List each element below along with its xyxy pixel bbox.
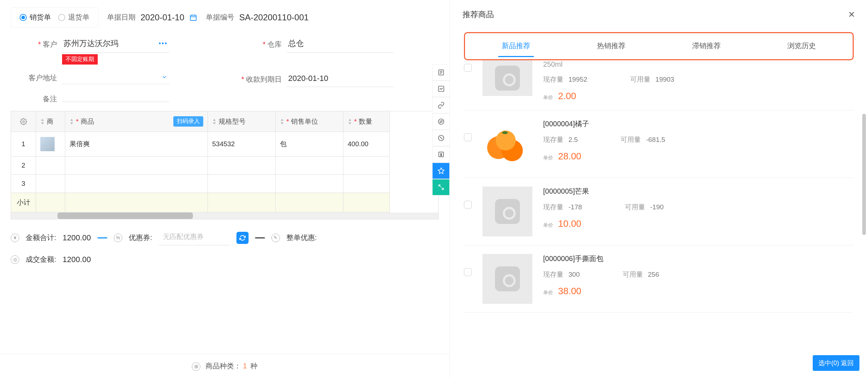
calendar-icon[interactable] [189,14,197,21]
tab-new[interactable]: 新品推荐 [495,33,537,57]
address-input[interactable] [62,72,169,84]
product-checkbox[interactable] [464,201,472,209]
tool-reject[interactable] [432,130,449,146]
sort-icon [280,119,284,124]
tab-slow[interactable]: 滞销推荐 [685,33,728,57]
ellipsis-icon[interactable]: ••• [159,40,168,47]
dash-icon [255,237,265,239]
tool-note[interactable] [432,64,449,81]
col-image[interactable]: 商 [36,111,65,132]
horizontal-scrollbar[interactable] [11,213,438,219]
refresh-coupon-button[interactable] [236,232,249,244]
tab-history[interactable]: 浏览历史 [780,33,823,57]
customer-input[interactable]: 苏州万达沃尔玛 ••• [62,36,169,53]
radio-dot-icon [20,14,27,21]
doc-no-value: SA-20200110-001 [239,12,309,22]
col-spec[interactable]: 规格型号 [208,111,276,132]
package-icon: ⊞ [192,362,200,371]
tool-exchange[interactable] [432,113,449,130]
product-item: 250ml 现存量19952 可用量19903 单价2.00 [464,60,854,111]
product-name: [0000006]手撕面包 [543,254,854,264]
selected-return-button[interactable]: 选中(0) 返回 [813,355,859,371]
price-value: 38.00 [558,286,581,296]
row-unit[interactable]: 包 [276,132,343,157]
tool-currency[interactable] [432,146,449,163]
vertical-scrollbar[interactable] [862,114,866,235]
stock-value: -178 [568,203,582,211]
avail-value: -190 [650,203,664,211]
row-spec[interactable]: 534532 [208,132,276,157]
tool-favorite[interactable] [432,163,449,179]
product-item: [0000006]手撕面包 现存量300 可用量256 单价38.00 [464,245,854,313]
stock-value: 300 [568,271,580,278]
row-name[interactable]: 果倍爽 [65,132,208,157]
product-image [482,119,532,169]
order-type-tabs: 销货单 退货单 [11,7,98,27]
col-name[interactable]: *商品 扫码录入 [65,111,208,132]
address-label: 客户地址 [11,73,57,83]
dash-icon [97,237,107,239]
product-item: [0000004]橘子 现存量2.5 可用量-681.5 单价28.00 [464,111,854,178]
due-date-input[interactable]: 2020-01-10 [287,72,394,87]
remark-input[interactable] [62,96,169,102]
product-checkbox[interactable] [464,268,472,276]
doc-date-value[interactable]: 2020-01-10 [141,12,184,22]
product-checkbox[interactable] [464,133,472,141]
tool-link[interactable] [432,97,449,113]
sort-icon [212,119,216,124]
sales-order-label: 销货单 [30,12,51,22]
product-list[interactable]: 250ml 现存量19952 可用量19903 单价2.00 [0000004]… [450,60,868,331]
doc-no-field: 单据编号 SA-20200110-001 [206,12,309,22]
chevron-down-icon[interactable] [161,74,168,80]
customer-value: 苏州万达沃尔玛 [63,38,118,49]
product-name: [0000005]芒果 [543,187,854,196]
product-name: [0000004]橘子 [543,119,854,129]
table-row[interactable]: 2 [11,157,438,175]
tab-hot[interactable]: 热销推荐 [590,33,633,57]
table-row[interactable]: 3 [11,175,438,193]
return-order-label: 退货单 [68,12,90,22]
coupon-input[interactable]: 无匹配优惠券 [159,230,230,245]
deal-value: 1200.00 [63,255,91,264]
product-item: [0000005]芒果 现存量-178 可用量-190 单价10.00 [464,178,854,245]
due-date-label: 收款到期日 [235,75,282,84]
stock-value: 2.5 [568,136,578,143]
customer-label: 客户 [11,40,57,49]
col-unit[interactable]: *销售单位 [276,111,343,132]
product-name: 250ml [543,60,854,68]
warehouse-label: 仓库 [235,40,282,49]
deal-label: 成交金额: [26,255,56,264]
sort-icon [70,119,74,124]
avail-value: 256 [648,271,659,278]
expand-icon [438,184,445,191]
total-label: 金额合计: [26,233,56,242]
kind-unit: 种 [250,362,257,370]
gear-icon [20,118,27,125]
warehouse-value: 总仓 [288,38,304,49]
account-period-badge: 不固定账期 [62,54,98,65]
svg-point-4 [438,119,444,124]
table-row[interactable]: 1 果倍爽 534532 包 400.00 [11,132,438,157]
svg-point-10 [502,131,508,134]
price-value: 28.00 [558,151,581,162]
deal-icon: ◎ [11,255,19,264]
product-checkbox[interactable] [464,64,472,72]
row-thumb [36,132,65,157]
product-image [482,254,532,304]
close-icon[interactable]: ✕ [848,10,855,20]
radio-dot-icon [58,14,65,21]
whole-discount-label: 整单优惠: [286,233,317,242]
warehouse-input[interactable]: 总仓 [287,36,394,53]
sales-order-radio[interactable]: 销货单 [20,12,51,22]
price-value: 10.00 [558,218,581,229]
row-qty[interactable]: 400.00 [343,132,390,157]
row-index: 1 [11,132,36,157]
tool-expand[interactable] [432,179,449,195]
col-settings[interactable] [11,111,36,132]
product-image [482,60,532,96]
col-qty[interactable]: *数量 [343,111,390,132]
subtotal-row: 小计 [11,193,438,213]
tool-chart[interactable] [432,81,449,97]
return-order-radio[interactable]: 退货单 [58,12,90,22]
scan-input-button[interactable]: 扫码录入 [173,116,203,127]
